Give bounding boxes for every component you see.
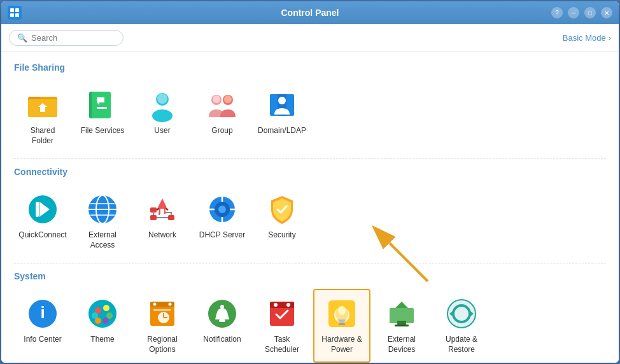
svg-rect-61: [270, 302, 294, 308]
main-window: Control Panel ? ─ □ ✕ 🔍 Basic Mode › Fil…: [1, 1, 619, 363]
file-services-label: File Services: [81, 126, 125, 136]
user-label: User: [154, 126, 170, 136]
section-title-connectivity: Connectivity: [14, 167, 606, 177]
svg-rect-0: [10, 8, 14, 12]
item-regional-options[interactable]: Regional Options: [134, 289, 191, 362]
svg-rect-1: [15, 8, 19, 12]
update-restore-label: Update & Restore: [438, 335, 485, 354]
connectivity-grid: QuickConnect External Access: [14, 185, 606, 258]
item-quickconnect[interactable]: QuickConnect: [14, 185, 71, 258]
svg-point-52: [169, 303, 172, 306]
notification-label: Notification: [203, 335, 241, 345]
toolbar: 🔍 Basic Mode ›: [1, 24, 619, 52]
svg-rect-53: [153, 309, 171, 311]
search-input[interactable]: [31, 33, 115, 43]
help-button[interactable]: ?: [551, 7, 563, 18]
security-label: Security: [268, 230, 295, 241]
domain-ldap-icon: [265, 88, 299, 122]
task-scheduler-icon: [265, 297, 299, 331]
hardware-power-icon: [325, 297, 359, 331]
item-task-scheduler[interactable]: Task Scheduler: [253, 289, 311, 362]
external-devices-icon: [384, 297, 419, 331]
svg-point-51: [153, 303, 157, 306]
basic-mode-button[interactable]: Basic Mode ›: [563, 33, 611, 43]
item-update-restore[interactable]: Update & Restore: [433, 289, 490, 362]
regional-options-label: Regional Options: [139, 335, 186, 354]
minimize-button[interactable]: ─: [568, 7, 579, 18]
svg-point-35: [218, 206, 226, 213]
shared-folder-label: Shared Folder: [19, 126, 66, 146]
hardware-power-label: Hardware & Power: [318, 335, 365, 354]
svg-point-44: [103, 305, 109, 311]
item-group[interactable]: Group: [194, 80, 251, 153]
svg-point-59: [220, 305, 224, 309]
external-access-label: External Access: [79, 230, 126, 250]
svg-rect-22: [36, 202, 39, 217]
svg-point-15: [224, 95, 232, 103]
svg-text:i: i: [40, 303, 45, 322]
domain-ldap-label: Domain/LDAP: [258, 126, 306, 136]
section-title-file-sharing: File Sharing: [14, 62, 606, 73]
item-user[interactable]: User: [134, 80, 191, 153]
group-icon: [205, 88, 239, 122]
svg-point-46: [102, 318, 109, 324]
item-domain-ldap[interactable]: Domain/LDAP: [253, 80, 311, 153]
window-controls: ? ─ □ ✕: [551, 7, 612, 18]
item-dhcp-server[interactable]: DHCP Server: [194, 185, 251, 258]
item-shared-folder[interactable]: Shared Folder: [14, 80, 71, 153]
svg-rect-8: [97, 107, 107, 109]
item-external-devices[interactable]: External Devices: [373, 289, 430, 362]
chevron-right-icon: ›: [609, 33, 611, 43]
basic-mode-label: Basic Mode: [563, 33, 606, 43]
content-area: File Sharing Shared Folder: [1, 52, 619, 363]
shared-folder-icon: [25, 88, 60, 122]
system-grid: i Info Center Them: [14, 289, 606, 362]
theme-icon: [85, 297, 120, 331]
svg-point-62: [274, 303, 278, 307]
user-icon: [145, 88, 180, 122]
quickconnect-label: QuickConnect: [18, 230, 66, 241]
file-sharing-grid: Shared Folder File Services: [14, 80, 606, 153]
divider-connectivity: [14, 158, 606, 159]
svg-rect-32: [160, 209, 164, 214]
info-center-icon: i: [25, 297, 60, 331]
item-file-services[interactable]: File Services: [74, 80, 131, 153]
item-notification[interactable]: Notification: [194, 289, 251, 362]
svg-rect-7: [92, 92, 111, 118]
svg-point-14: [213, 95, 220, 103]
section-title-system: System: [14, 271, 606, 281]
item-hardware-power[interactable]: Hardware & Power: [313, 289, 370, 362]
svg-rect-58: [219, 319, 225, 322]
svg-rect-76: [395, 325, 409, 326]
close-button[interactable]: ✕: [601, 7, 612, 18]
svg-rect-75: [397, 321, 406, 325]
search-icon: 🔍: [17, 33, 27, 43]
search-box[interactable]: 🔍: [9, 30, 123, 46]
info-center-label: Info Center: [24, 335, 61, 345]
item-theme[interactable]: Theme: [74, 289, 131, 362]
external-devices-label: External Devices: [378, 335, 425, 354]
item-security[interactable]: Security: [253, 185, 311, 258]
theme-label: Theme: [90, 335, 114, 345]
svg-point-11: [157, 94, 167, 104]
item-network[interactable]: Network: [134, 185, 191, 258]
regional-options-icon: [145, 297, 180, 331]
window-title: Control Panel: [281, 8, 339, 18]
svg-point-71: [338, 306, 346, 315]
svg-rect-29: [150, 215, 157, 220]
network-label: Network: [148, 230, 176, 241]
svg-marker-74: [395, 302, 408, 308]
item-info-center[interactable]: i Info Center: [14, 289, 71, 362]
svg-point-45: [106, 312, 113, 319]
quickconnect-icon: [25, 192, 60, 227]
update-restore-icon: [444, 297, 479, 331]
task-scheduler-label: Task Scheduler: [258, 335, 306, 354]
item-external-access[interactable]: External Access: [74, 185, 131, 258]
file-services-icon: [85, 88, 120, 122]
app-icon: [8, 6, 22, 20]
svg-rect-3: [15, 13, 19, 17]
network-icon: [145, 192, 180, 227]
maximize-button[interactable]: □: [584, 7, 596, 18]
svg-rect-30: [168, 215, 174, 220]
svg-point-48: [92, 312, 98, 319]
